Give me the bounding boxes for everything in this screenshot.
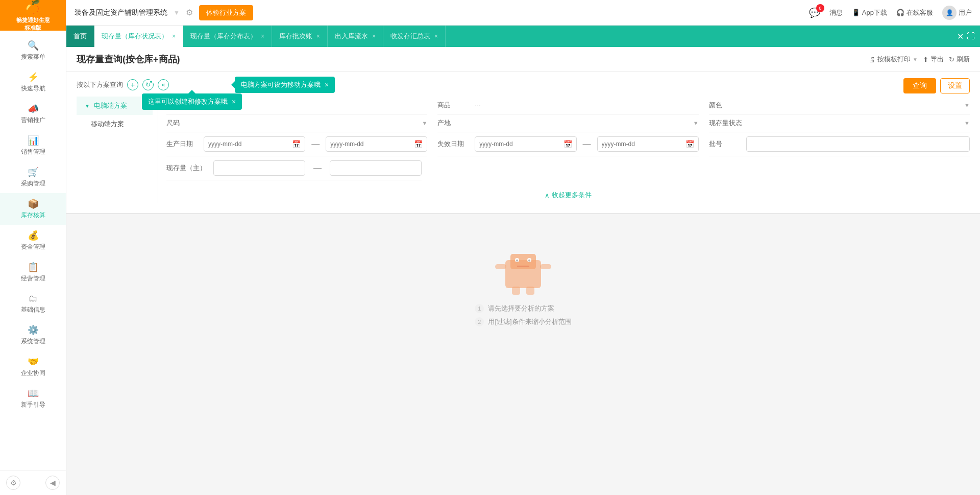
sidebar: 🍊 畅捷通好生意 标准版 🔍 搜索菜单 ⚡ 快速导航 📣 营销推广 📊 销售管理…	[0, 0, 66, 495]
color-dropdown-icon[interactable]: ▼	[964, 102, 970, 108]
tab-bar: 首页 现存量（库存状况表） × 现存量（库存分布表） × 库存批次账 × 出入库…	[66, 26, 980, 47]
sidebar-item-guide[interactable]: 📖 新手引导	[0, 383, 66, 414]
back-scheme-button[interactable]: «	[158, 79, 169, 90]
origin-dropdown-icon[interactable]: ▼	[693, 120, 699, 126]
reset-button[interactable]: 设置	[940, 78, 970, 93]
sidebar-item-system[interactable]: ⚙️ 系统管理	[0, 319, 66, 351]
refresh-scheme-button[interactable]: ↻	[142, 79, 154, 90]
header-dropdown-icon[interactable]: ▼	[174, 9, 180, 16]
stock-main-to[interactable]	[330, 160, 422, 176]
empty-step-1: 1 请先选择要分析的方案	[475, 304, 571, 313]
stock-status-dropdown-icon[interactable]: ▼	[964, 120, 970, 126]
tooltip2-close-button[interactable]: ×	[232, 98, 236, 106]
phone-icon: 📱	[852, 9, 860, 16]
produce-date-from-input[interactable]	[208, 140, 290, 148]
tab-inventory-dist-label: 现存量（库存分布表）	[190, 32, 257, 41]
sidebar-item-search[interactable]: 🔍 搜索菜单	[0, 35, 66, 66]
refresh-button[interactable]: ↻ 刷新	[949, 55, 970, 64]
message-area[interactable]: 💬 6	[809, 7, 820, 18]
collapse-label: 收起更多条件	[552, 191, 592, 200]
filter-cell-product: 商品 ···	[437, 97, 698, 114]
product-menu-dots[interactable]: ···	[475, 101, 481, 109]
tab-collect[interactable]: 收发存汇总表 ×	[383, 26, 446, 47]
svg-point-4	[516, 260, 518, 262]
sidebar-item-finance[interactable]: 💰 资金管理	[0, 225, 66, 256]
tab-close-all-icon[interactable]: ✕	[957, 32, 964, 41]
sidebar-item-basic[interactable]: 🗂 基础信息	[0, 288, 66, 319]
operation-icon: 📋	[28, 262, 39, 273]
sidebar-item-enterprise[interactable]: 🤝 企业协同	[0, 351, 66, 383]
tab-fullscreen-icon[interactable]: ⛶	[967, 32, 975, 41]
tab-close-icon[interactable]: ×	[172, 33, 176, 40]
batch-input[interactable]	[746, 136, 970, 152]
tooltip-close-button[interactable]: ×	[325, 81, 329, 89]
refresh-label: 刷新	[957, 55, 970, 64]
scheme-list: ▼ 电脑端方案 移动端方案	[77, 97, 158, 203]
step-1-num: 1	[475, 304, 484, 313]
query-button[interactable]: 查询	[903, 78, 936, 93]
tab-close-icon[interactable]: ×	[372, 33, 376, 40]
produce-date-from[interactable]: 📅	[204, 136, 305, 152]
size-dropdown-icon[interactable]: ▼	[422, 120, 427, 126]
export-button[interactable]: ⬆ 导出	[923, 55, 944, 64]
sidebar-item-marketing[interactable]: 📣 营销推广	[0, 98, 66, 130]
template-print-button[interactable]: 🖨 按模板打印 ▼	[869, 55, 918, 64]
produce-date-to-input[interactable]	[330, 140, 412, 148]
stock-main-from[interactable]	[213, 160, 305, 176]
sidebar-item-label: 资金管理	[21, 243, 45, 251]
stock-status-label: 现存量状态	[709, 119, 742, 128]
refresh-icon: ↻	[949, 56, 954, 63]
collapse-filter-button[interactable]: ∧ 收起更多条件	[166, 187, 970, 203]
tab-inout[interactable]: 出入库流水 ×	[328, 26, 383, 47]
sidebar-item-label: 搜索菜单	[21, 53, 45, 61]
origin-label: 产地	[437, 119, 471, 128]
expire-date-to[interactable]: 📅	[597, 136, 699, 152]
tab-batch[interactable]: 库存批次账 ×	[272, 26, 328, 47]
scheme-mobile-label: 移动端方案	[91, 120, 124, 129]
scheme-pc-item[interactable]: ▼ 电脑端方案	[77, 97, 153, 115]
expire-date-from-input[interactable]	[479, 140, 561, 148]
app-download[interactable]: 📱 App下载	[852, 8, 887, 17]
tab-spacer	[446, 26, 952, 47]
stock-main-from-input[interactable]	[218, 164, 301, 172]
calendar-icon-3: 📅	[564, 140, 572, 148]
stock-main-to-input[interactable]	[334, 164, 417, 172]
expire-date-to-input[interactable]	[602, 140, 683, 148]
sidebar-item-operation[interactable]: 📋 经营管理	[0, 256, 66, 288]
expire-date-from[interactable]: 📅	[475, 136, 576, 152]
produce-date-to[interactable]: 📅	[326, 136, 427, 152]
sidebar-item-sales[interactable]: 📊 销售管理	[0, 130, 66, 161]
export-label: 导出	[930, 55, 944, 64]
header-settings-icon[interactable]: ⚙	[186, 8, 193, 17]
add-filter-button[interactable]: +	[127, 79, 138, 90]
settings-button[interactable]: ⚙	[6, 476, 20, 490]
sidebar-item-inventory[interactable]: 📦 库存核算	[0, 193, 66, 225]
filter-row-1: 仓库 ··· 商品 ···	[166, 97, 970, 114]
tab-close-icon[interactable]: ×	[261, 33, 264, 40]
industry-button[interactable]: 体验行业方案	[199, 5, 253, 20]
filter-label: 按以下方案查询	[77, 80, 123, 89]
quick-icon: ⚡	[28, 72, 39, 83]
filter-row-2: 尺码 ▼ 产地 ▼ 现存量状态	[166, 114, 970, 132]
sidebar-item-label: 企业协同	[21, 369, 45, 378]
sidebar-item-label: 系统管理	[21, 337, 45, 346]
online-support[interactable]: 🎧 在线客服	[896, 8, 933, 17]
tab-close-icon[interactable]: ×	[434, 33, 438, 40]
sidebar-item-label: 采购管理	[21, 179, 45, 188]
sidebar-item-quick[interactable]: ⚡ 快速导航	[0, 66, 66, 98]
system-name: 装备及固定资产辅助管理系统	[75, 8, 167, 17]
sidebar-item-purchase[interactable]: 🛒 采购管理	[0, 161, 66, 193]
logo: 🍊 畅捷通好生意 标准版	[0, 0, 66, 31]
tab-inventory-dist[interactable]: 现存量（库存分布表） ×	[183, 26, 272, 47]
filter-cell-size: 尺码 ▼	[166, 114, 427, 132]
finance-icon: 💰	[28, 230, 39, 241]
tab-inventory-status[interactable]: 现存量（库存状况表） ×	[94, 26, 183, 47]
user-area[interactable]: 👤 用户	[942, 6, 972, 20]
scheme-mobile-item[interactable]: 移动端方案	[77, 115, 153, 133]
expire-date-label: 失效日期	[437, 139, 471, 149]
tab-close-icon[interactable]: ×	[316, 33, 320, 40]
color-label: 颜色	[709, 101, 742, 110]
chevron-down-icon: ▼	[913, 57, 918, 62]
tab-home[interactable]: 首页	[66, 26, 94, 47]
collapse-sidebar-button[interactable]: ◀	[45, 476, 60, 490]
